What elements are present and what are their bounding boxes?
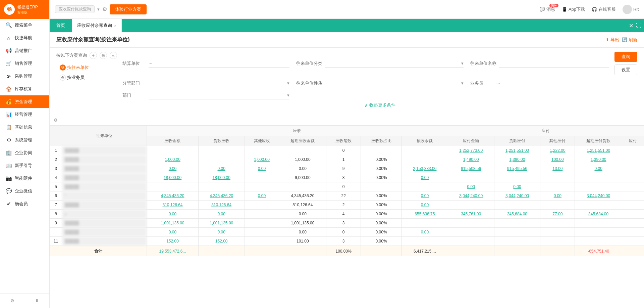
filter-method-staff-label: 按业务员 <box>67 75 85 81</box>
filter-method-unit-label: 按往来单位 <box>67 64 89 71</box>
sidebar-item-wechat[interactable]: 💬 企业微信 <box>0 185 49 197</box>
tab-current[interactable]: 应收应付余额查询 × <box>72 19 122 32</box>
system-icon: ⚙ <box>5 137 12 143</box>
message-action[interactable]: 💬 消息 99+ <box>540 6 555 12</box>
app-download-action[interactable]: 📱 App下载 <box>562 6 585 12</box>
th-ar-overdue: 超期应收金额 <box>279 136 326 146</box>
settlement-unit-label: 结算单位 <box>122 60 146 67</box>
table-row: 4█████18,000.0018,000.009,000.0030.00%0.… <box>50 173 644 182</box>
dept-select[interactable]: ▾ <box>149 91 289 99</box>
th-ar-goods: 货款应收 <box>198 136 245 146</box>
filter-settings-icon[interactable]: ⊕ <box>100 52 107 59</box>
maximize-icon[interactable]: ⛶ <box>636 23 641 29</box>
unit-name-label: 往来单位名称 <box>470 60 496 67</box>
settlement-unit-input[interactable]: ··· <box>149 59 289 68</box>
export-button[interactable]: ⬆ 导出 <box>605 37 619 43</box>
sidebar-item-inventory[interactable]: 🏠 库存核算 <box>0 83 49 95</box>
footer-ap-overdue: -654,751.40 <box>575 246 622 256</box>
filter-area: 按以下方案查询 + ⊕ « 畅 按往来单位 ⏱ 按业务员 <box>50 48 644 115</box>
footer-label: 合计 <box>50 246 147 256</box>
sidebar-bottom: ⚙ ⏸ <box>0 293 49 308</box>
footer-ar-total: 19,553,472,6... <box>147 246 199 256</box>
table-settings-icon[interactable]: ⚙ <box>54 118 58 123</box>
partner-cell: █████ <box>62 228 147 237</box>
search-icon: 🔍 <box>5 22 12 28</box>
sidebar-item-search[interactable]: 🔍 搜索菜单 <box>0 19 49 32</box>
filter-settings-button[interactable]: 设置 <box>614 64 637 75</box>
unit-nature-select[interactable]: ▾ <box>325 79 463 87</box>
table-row: 1█████01,252,773.001,251,551.001,222.001… <box>50 146 644 155</box>
query-button[interactable]: 查询 <box>614 52 637 62</box>
refresh-button[interactable]: 🔄 刷新 <box>622 37 637 43</box>
filter-add-button[interactable]: + <box>90 52 97 59</box>
chevron-down-icon: ▾ <box>461 61 464 66</box>
chevron-down-icon: ▾ <box>461 81 464 86</box>
sidebar-item-label: 资金管理 <box>15 99 32 105</box>
sidebar-item-system[interactable]: ⚙ 系统管理 <box>0 134 49 146</box>
table-row: 5█████00.000.00 <box>50 182 644 191</box>
close-window-icon[interactable]: ✕ <box>629 23 633 29</box>
page-title-row: 应收应付余额查询(按往来单位) ⬆ 导出 🔄 刷新 <box>56 36 637 43</box>
filter-method-by-staff[interactable]: ⏱ 按业务员 <box>56 73 117 82</box>
table-row: 9█████1,001,135.001,001,135.001,001,135.… <box>50 219 644 228</box>
sidebar-item-sales[interactable]: 🛒 销售管理 <box>0 57 49 70</box>
filter-method-by-unit[interactable]: 畅 按往来单位 <box>56 63 117 72</box>
sidebar-item-label: 快捷导航 <box>15 35 32 41</box>
sidebar-item-label: 智能硬件 <box>15 175 32 181</box>
partner-cell: █████ <box>62 155 147 164</box>
hardware-icon: 📷 <box>5 175 12 181</box>
unit-name-input[interactable] <box>499 59 609 68</box>
th-ap-tail: 应付 <box>622 136 644 146</box>
salesperson-input[interactable]: ··· <box>496 79 637 87</box>
sidebar-item-finance[interactable]: 💰 资金管理 <box>0 95 49 108</box>
sidebar-item-purchase[interactable]: 🛍 采购管理 <box>0 70 49 83</box>
filter-unit-category: 往来单位分类 ▾ <box>296 52 463 75</box>
sidebar-item-enterprise[interactable]: 🏢 企业协同 <box>0 146 49 159</box>
partner-cell: █████ <box>62 146 147 155</box>
dept-managed-select[interactable]: ▾ <box>149 79 289 87</box>
sidebar-item-quicknav[interactable]: ⌂ 快捷导航 <box>0 32 49 44</box>
user-avatar[interactable]: Rit <box>623 5 639 14</box>
data-table: 往来单位 应收 应付 应收金额 货款应收 其他应收 超期应收金额 应收笔数 应收… <box>50 126 644 256</box>
settings-icon[interactable]: ⚙ <box>102 6 107 12</box>
sidebar-item-marketing[interactable]: 📢 营销推广 <box>0 44 49 57</box>
sidebar-item-guide[interactable]: 📖 新手引导 <box>0 159 49 172</box>
collapse-button[interactable]: ∧ 收起更多条件 <box>122 99 637 111</box>
service-icon: 🎧 <box>592 7 597 12</box>
filter-collapse-icon[interactable]: « <box>110 52 117 59</box>
sidebar-item-member[interactable]: ✔ 畅会员 <box>0 197 49 210</box>
inventory-icon: 🏠 <box>5 86 12 92</box>
header-dropdown[interactable]: ▾ <box>97 7 100 12</box>
th-ap-goods: 货款应付 <box>494 136 540 146</box>
trial-button[interactable]: 体验行业方案 <box>110 4 147 14</box>
service-label: 在线客服 <box>598 6 616 12</box>
chevron-down-icon: ▾ <box>287 93 289 98</box>
table-footer: 合计 19,553,472,6... 100.00% 6,417,215....… <box>50 246 644 256</box>
table-row: █████0.000.000.0000.00%0.00 <box>50 228 644 237</box>
sidebar-item-basic[interactable]: 📋 基础信息 <box>0 121 49 134</box>
partner-cell: █████ <box>62 173 147 182</box>
logo-text: 畅捷通ERP 标准版 <box>17 4 38 15</box>
tab-home[interactable]: 首页 <box>50 19 72 32</box>
header-right: 💬 消息 99+ 📱 App下载 🎧 在线客服 Rit <box>540 5 639 14</box>
service-action[interactable]: 🎧 在线客服 <box>592 6 616 12</box>
unit-category-select[interactable]: ▾ <box>325 59 463 68</box>
sidebar-item-label: 畅会员 <box>15 201 28 207</box>
sidebar-item-label: 企业微信 <box>15 188 32 194</box>
sidebar-collapse-btn[interactable]: ⏸ <box>31 296 43 305</box>
refresh-icon: 🔄 <box>622 37 627 42</box>
sidebar-item-label: 搜索菜单 <box>15 22 32 28</box>
sidebar-settings-btn[interactable]: ⚙ <box>6 296 18 305</box>
th-payable-group: 应付 <box>448 126 644 136</box>
filter-dept-managed: 分管部门 ▾ <box>122 79 289 87</box>
th-ap-amount: 应付金额 <box>448 136 494 146</box>
sidebar-item-operation[interactable]: 📊 经营管理 <box>0 108 49 121</box>
sidebar-item-hardware[interactable]: 📷 智能硬件 <box>0 172 49 185</box>
sidebar: 畅 畅捷通ERP 标准版 🔍 搜索菜单 ⌂ 快捷导航 📢 营销推广 🛒 销售管理… <box>0 0 50 308</box>
sidebar-item-label: 经营管理 <box>15 112 32 118</box>
sidebar-item-label: 销售管理 <box>15 60 32 67</box>
staff-method-icon: ⏱ <box>60 75 66 81</box>
partner-cell: █████ <box>62 219 147 228</box>
partner-cell: █████ <box>62 237 147 246</box>
tab-close-button[interactable]: × <box>114 24 116 28</box>
